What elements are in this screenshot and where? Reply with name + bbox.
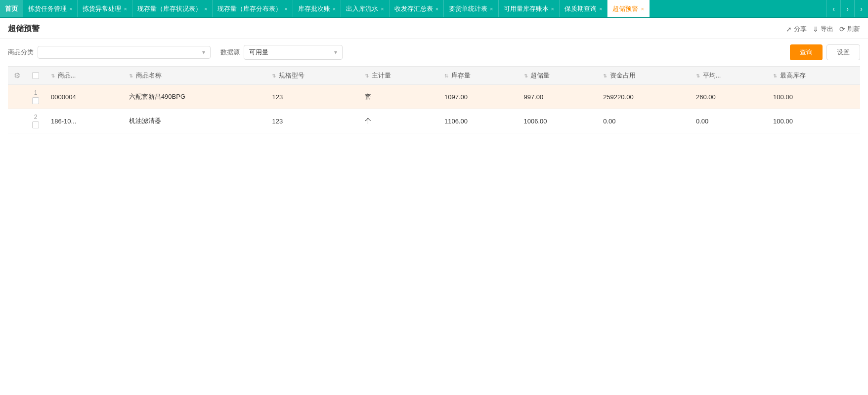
sort-icon: ⇅: [696, 73, 700, 79]
nav-label: 库存批次账: [298, 4, 330, 13]
row-checkbox[interactable]: [32, 121, 39, 128]
sort-icon: ⇅: [365, 73, 369, 79]
close-icon[interactable]: ×: [381, 6, 384, 12]
th-gear: ⚙: [8, 67, 26, 85]
row-avg: 260.00: [690, 85, 767, 109]
th-max-inventory[interactable]: ⇅ 最高库存: [767, 67, 860, 85]
close-icon[interactable]: ×: [204, 6, 207, 12]
th-checkbox: [26, 67, 45, 85]
row-gear-cell: [8, 85, 26, 109]
sort-icon: ⇅: [272, 73, 276, 79]
nav-label: 超储预警: [612, 4, 638, 13]
th-unit-label: 主计量: [372, 72, 391, 79]
sort-icon: ⇅: [129, 73, 133, 79]
th-avg[interactable]: ⇅ 平均...: [690, 67, 767, 85]
nav-next-button[interactable]: ›: [840, 0, 854, 17]
query-button[interactable]: 查询: [790, 44, 823, 60]
nav-home-label: 首页: [5, 4, 18, 13]
th-unit[interactable]: ⇅ 主计量: [359, 67, 438, 85]
refresh-label: 刷新: [847, 25, 860, 34]
close-icon[interactable]: ×: [599, 6, 602, 12]
row-product-name: 六配套新昌490BPG: [123, 85, 266, 109]
close-icon[interactable]: ×: [124, 6, 127, 12]
category-select[interactable]: ▾: [38, 46, 211, 59]
nav-item-recv-summary[interactable]: 收发存汇总表 ×: [390, 0, 444, 17]
th-product-name[interactable]: ⇅ 商品名称: [123, 67, 266, 85]
datasource-select[interactable]: 可用量 ▾: [244, 45, 343, 60]
settings-button[interactable]: 设置: [826, 44, 860, 60]
th-overstock[interactable]: ⇅ 超储量: [518, 67, 598, 85]
chevron-down-icon: ▾: [334, 49, 337, 56]
th-inventory[interactable]: ⇅ 库存量: [438, 67, 518, 85]
sort-icon: ⇅: [444, 73, 448, 79]
nav-item-quality-period[interactable]: 保质期查询 ×: [560, 0, 608, 17]
nav-item-inout-flow[interactable]: 出入库流水 ×: [341, 0, 389, 17]
page-title: 超储预警: [8, 24, 40, 34]
th-capital[interactable]: ⇅ 资金占用: [597, 67, 690, 85]
row-product-code: 0000004: [45, 85, 123, 109]
refresh-button[interactable]: ⟳ 刷新: [839, 25, 860, 34]
category-filter: 商品分类 ▾: [8, 46, 211, 59]
header-actions: ➚ 分享 ⇓ 导出 ⟳ 刷新: [786, 25, 860, 34]
row-capital: 259220.00: [597, 85, 690, 109]
nav-item-home[interactable]: 首页: [0, 0, 23, 17]
close-icon[interactable]: ×: [435, 6, 438, 12]
nav-item-inventory-status[interactable]: 现存量（库存状况表） ×: [132, 0, 213, 17]
share-button[interactable]: ➚ 分享: [786, 25, 807, 34]
gear-icon[interactable]: ⚙: [14, 71, 20, 79]
th-product-code[interactable]: ⇅ 商品...: [45, 67, 123, 85]
nav-item-order-stats[interactable]: 要货单统计表 ×: [444, 0, 498, 17]
close-icon[interactable]: ×: [490, 6, 493, 12]
close-icon[interactable]: ×: [551, 6, 554, 12]
th-product-code-label: 商品...: [58, 72, 76, 79]
export-label: 导出: [821, 25, 833, 34]
row-overstock: 1006.00: [518, 109, 598, 133]
th-product-name-label: 商品名称: [136, 72, 162, 79]
nav-item-task-mgmt[interactable]: 拣货任务管理 ×: [23, 0, 78, 17]
datasource-filter: 数据源 可用量 ▾: [220, 45, 343, 60]
table-header-row: ⚙ ⇅ 商品... ⇅ 商品名称: [8, 67, 860, 85]
row-spec: 123: [266, 85, 359, 109]
row-capital: 0.00: [597, 109, 690, 133]
nav-expand-button[interactable]: ›: [854, 0, 868, 17]
nav-label: 现存量（库存分布表）: [217, 4, 282, 13]
nav-prev-button[interactable]: ‹: [826, 0, 840, 17]
table-body: 1 0000004 六配套新昌490BPG 123 套 1097.00 997.…: [8, 85, 860, 133]
row-checkbox[interactable]: [32, 97, 39, 104]
select-all-checkbox[interactable]: [32, 72, 39, 79]
close-icon[interactable]: ×: [69, 6, 72, 12]
row-avg: 0.00: [690, 109, 767, 133]
th-avg-label: 平均...: [703, 72, 721, 79]
export-icon: ⇓: [813, 25, 819, 33]
nav-item-abnormal[interactable]: 拣货异常处理 ×: [78, 0, 132, 17]
chevron-down-icon: ▾: [202, 49, 205, 56]
export-button[interactable]: ⇓ 导出: [813, 25, 833, 34]
th-spec[interactable]: ⇅ 规格型号: [266, 67, 359, 85]
row-overstock: 997.00: [518, 85, 598, 109]
nav-item-overstock-alert[interactable]: 超储预警 ×: [608, 0, 649, 17]
close-icon[interactable]: ×: [641, 6, 644, 12]
close-icon[interactable]: ×: [333, 6, 336, 12]
nav-label: 保质期查询: [564, 4, 597, 13]
row-index: 1: [26, 85, 45, 109]
share-label: 分享: [794, 25, 807, 34]
row-gear-cell: [8, 109, 26, 133]
th-inventory-label: 库存量: [451, 72, 471, 79]
nav-label: 拣货任务管理: [28, 4, 67, 13]
page-content: 超储预警 ➚ 分享 ⇓ 导出 ⟳ 刷新 商品分类 ▾ 数据源: [0, 18, 868, 395]
nav-item-inventory-dist[interactable]: 现存量（库存分布表） ×: [213, 0, 293, 17]
datasource-label: 数据源: [220, 48, 240, 57]
table-container: ⚙ ⇅ 商品... ⇅ 商品名称: [0, 66, 868, 133]
th-overstock-label: 超储量: [530, 72, 550, 79]
nav-label: 出入库流水: [346, 4, 378, 13]
row-inventory: 1097.00: [438, 85, 518, 109]
nav-item-batch-account[interactable]: 库存批次账 ×: [293, 0, 341, 17]
page-header: 超储预警 ➚ 分享 ⇓ 导出 ⟳ 刷新: [0, 18, 868, 39]
sort-icon: ⇅: [51, 73, 55, 79]
nav-item-available-account[interactable]: 可用量库存账本 ×: [499, 0, 560, 17]
close-icon[interactable]: ×: [284, 6, 287, 12]
data-table: ⚙ ⇅ 商品... ⇅ 商品名称: [8, 66, 860, 133]
row-spec: 123: [266, 109, 359, 133]
nav-label: 要货单统计表: [449, 4, 487, 13]
top-nav: 首页 拣货任务管理 × 拣货异常处理 × 现存量（库存状况表） × 现存量（库存…: [0, 0, 868, 18]
